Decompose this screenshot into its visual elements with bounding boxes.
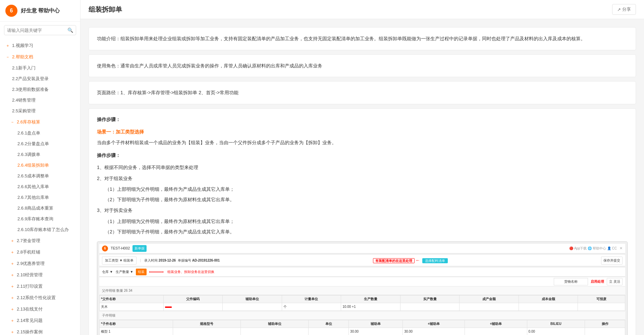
ss-orange-area: 组装 <box>136 269 147 275</box>
expand-icon: ＋ <box>10 295 15 300</box>
sidebar-item-video[interactable]: ＋ 1.视频学习 <box>0 40 80 51</box>
ss-highlighted-cell <box>165 306 172 308</box>
ss-new-tab: 新单据 <box>132 245 147 252</box>
role-text: 使用角色：通常由生产人员或库管人员完成拆装业务的操作，库管人员确认原材料的出库和… <box>97 61 628 70</box>
sidebar-item-sales[interactable]: 2.4销售管理 <box>0 95 80 106</box>
scene1-intro: 当由多个子件材料组装成一个成品的业务为【组装】业务，当由一个父件拆分成多个子产品… <box>97 138 628 147</box>
ss-select-btn: 选择配料清单 <box>422 258 448 263</box>
steps-title: 操作步骤： <box>97 151 628 160</box>
sidebar-item-pay[interactable]: ＋ 2.13在线支付 <box>0 303 80 315</box>
collapse-icon: － <box>10 120 15 124</box>
sidebar-item-partial[interactable]: 2.6.2分量盘点单 <box>0 138 80 149</box>
sidebar-item-goodscost[interactable]: 2.6.8商品成本重算 <box>0 203 80 214</box>
ss-parent-table: *父件名称 父件编码 辅助单位 计量单位 生产数量 实产数量 成产金额 成本金额… <box>99 295 625 311</box>
step2-sub1: （1）上部明细为父件明细，最终作为产成品生成其它入库单； <box>105 185 628 194</box>
sidebar-item-cases[interactable]: ＋ 2.15操作案例 <box>0 326 80 335</box>
ss-annotation1: 有装配清单的在这里处理 <box>373 258 415 263</box>
main-area: 组装拆卸单 ↗ 分享 功能介绍：组装拆卸单用来处理企业组装或拆卸等加工业务，支持… <box>80 0 644 335</box>
page-header: 组装拆卸单 ↗ 分享 <box>80 0 644 19</box>
expand-icon: ＋ <box>10 250 15 255</box>
sidebar-item-label: 2.9优惠券管理 <box>17 261 45 267</box>
intro-text: 功能介绍：组装拆卸单用来处理企业组装或拆卸等加工业务，支持有固定装配清单的产品加… <box>97 34 628 43</box>
sidebar-item-label: 2.11打印设置 <box>17 283 43 289</box>
step3: 3、对于拆卖业务 <box>97 206 628 215</box>
sidebar-item-install[interactable]: 2.2产品安装及登录 <box>0 73 80 84</box>
sidebar-item-label: 2.13在线支付 <box>17 306 43 312</box>
logo-icon: 6 <box>5 5 17 17</box>
sidebar-item-cost[interactable]: 2.6.5成本调整单 <box>0 171 80 181</box>
share-button[interactable]: ↗ 分享 <box>612 4 636 15</box>
scene1-title: 场景一：加工类型选择 <box>97 128 628 136</box>
expand-icon: ＋ <box>10 261 15 266</box>
sidebar-item-label: 2.10经营管理 <box>17 272 43 278</box>
step3-sub1: （1）上部明细为父件明细，最终作为原材料生成其它出库单； <box>105 217 628 226</box>
sidebar-item-label: 2.6库存核算 <box>17 119 40 125</box>
ss-code-label: 单据编号 AD-20191226-001 <box>178 258 220 264</box>
sidebar-item-stockcheck[interactable]: 2.6.9库存账本查询 <box>0 214 80 224</box>
screenshot-container: 6 TEST-H002 新单据 🔴 App下载 🌐 帮助中心 👤 CC ✕ 加工… <box>97 241 628 335</box>
ss-child-table: *子件名称 规格型号 辅助单位 单位 辅助单 +辅助单 +辅助单 BILIEU … <box>99 320 625 335</box>
ss-type-highlight <box>149 271 163 273</box>
sidebar-item-new[interactable]: 2.1新手入门 <box>0 63 80 73</box>
ss-company: 仓库 ▼ <box>102 269 113 275</box>
ss-title: TEST-H002 <box>111 245 130 252</box>
ss-close[interactable]: ✕ <box>620 245 623 252</box>
ss-date-label: 录入时间 2019-12-26 <box>144 258 176 264</box>
step2: 2、对于组装业务 <box>97 174 628 183</box>
role-card: 使用角色：通常由生产人员或库管人员完成拆装业务的操作，库管人员确认原材料的出库和… <box>89 54 636 77</box>
sidebar-item-system[interactable]: ＋ 2.12系统个性化设置 <box>0 292 80 303</box>
ss-top-icons: 🔴 App下载 🌐 帮助中心 👤 CC <box>569 245 617 252</box>
expand-icon: ＋ <box>10 318 15 323</box>
app-title: 好生意 帮助中心 <box>21 7 60 14</box>
operations-card: 操作步骤： 场景一：加工类型选择 当由多个子件材料组装成一个成品的业务为【组装】… <box>89 108 636 335</box>
content-area: 功能介绍：组装拆卸单用来处理企业组装或拆卸等加工业务，支持有固定装配清单的产品加… <box>80 19 644 335</box>
search-input[interactable] <box>7 28 67 33</box>
sidebar-item-faq[interactable]: ＋ 2.14常见问题 <box>0 315 80 326</box>
expand-icon: ＋ <box>10 330 15 334</box>
sidebar-item-inventory[interactable]: － 2.6库存核算 <box>0 116 80 128</box>
sidebar-item-label: 2.12系统个性化设置 <box>17 295 56 301</box>
ss-arrow-down: ↓ <box>164 310 165 311</box>
search-icon[interactable]: 🔍 <box>67 27 73 33</box>
sidebar-item-label: 1.视频学习 <box>12 43 33 49</box>
sidebar-item-adjust[interactable]: 2.6.3调拨单 <box>0 149 80 160</box>
nav-section: ＋ 1.视频学习 － 2.帮助文档 2.1新手入门 2.2产品安装及登录 2.3… <box>0 39 80 335</box>
sidebar-item-stockerror[interactable]: 2.6.10库存账本错了怎么办 <box>0 224 80 235</box>
step1: 1、根据不同的业务，选择不同单据的类型来处理 <box>97 163 628 172</box>
sidebar-item-otheroutbound[interactable]: 2.6.7其他出库单 <box>0 192 80 203</box>
sidebar-item-print[interactable]: ＋ 2.11打印设置 <box>0 281 80 292</box>
intro-card: 功能介绍：组装拆卸单用来处理企业组装或拆卸等加工业务，支持有固定装配清单的产品加… <box>89 27 636 50</box>
ss-qty-label: 生产数量 ▼ <box>116 269 133 275</box>
sidebar-item-data[interactable]: 2.3使用前数据准备 <box>0 84 80 95</box>
search-box[interactable]: 🔍 <box>4 25 76 35</box>
step2-sub2: （2）下部明细为子件明细，最终作为原材料生成其它出库单。 <box>105 195 628 204</box>
ss-input-box: 货物名称 <box>554 278 588 285</box>
step3-sub2: （2）下部明细为子件明细，最终作为产成品生成其它入库单。 <box>105 227 628 236</box>
sidebar-item-stocktake[interactable]: 2.6.1盘点单 <box>0 128 80 138</box>
sidebar-item-finance[interactable]: ＋ 2.7资金管理 <box>0 235 80 246</box>
sidebar-item-label: 2.14常见问题 <box>17 318 43 324</box>
expand-icon: ＋ <box>5 43 10 48</box>
sidebar-item-docs[interactable]: － 2.帮助文档 <box>0 51 80 63</box>
operation-title: 操作步骤： <box>97 115 628 124</box>
sidebar-item-mobile[interactable]: ＋ 2.8手机旺铺 <box>0 246 80 258</box>
page-title: 组装拆卸单 <box>89 5 122 14</box>
ss-save-btn: 保存并提交 <box>601 257 623 265</box>
sidebar-item-label: 2.7资金管理 <box>17 238 40 244</box>
sidebar-header: 6 好生意 帮助中心 <box>0 0 80 22</box>
sidebar: 6 好生意 帮助中心 🔍 ＋ 1.视频学习 － 2.帮助文档 2.1新手入门 2… <box>0 0 80 335</box>
expand-icon: ＋ <box>10 273 15 277</box>
sidebar-item-label: 2.8手机旺铺 <box>17 249 40 255</box>
expand-icon: ＋ <box>10 238 15 243</box>
ss-annotation3: 组装业务、拆卸业务在这里切换 <box>167 269 214 275</box>
sidebar-item-label: 2.帮助文档 <box>12 54 33 60</box>
share-label: 分享 <box>622 6 631 12</box>
ss-annotation4: 启用处理 <box>591 279 604 285</box>
sidebar-item-assembly[interactable]: 2.6.4组装拆卸单 <box>0 160 80 171</box>
path-text: 页面路径：1、库存核算->库存管理->组装拆卸单 2、首页->常用功能 <box>97 88 628 97</box>
sidebar-item-purchase[interactable]: 2.5采购管理 <box>0 106 80 116</box>
sidebar-item-ops[interactable]: ＋ 2.10经营管理 <box>0 269 80 281</box>
sidebar-item-otherinbound[interactable]: 2.6.6其他入库单 <box>0 181 80 192</box>
sidebar-item-coupon[interactable]: ＋ 2.9优惠券管理 <box>0 258 80 269</box>
expand-icon: ＋ <box>10 284 15 289</box>
